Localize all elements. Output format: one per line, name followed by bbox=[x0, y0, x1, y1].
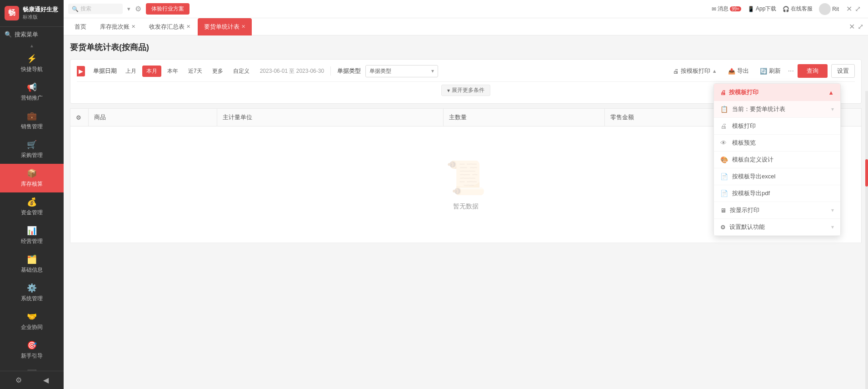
template-print-dropdown: 🖨 按模板打印 ▲ 📋 当前：要货单统计表 ▾ 🖨 模板打印 👁 bbox=[713, 83, 841, 236]
sidebar-item-quick-nav[interactable]: ⚡ 快捷导航 bbox=[0, 49, 64, 78]
basic-icon: 🗂️ bbox=[27, 254, 37, 264]
newbie-icon: 🎯 bbox=[27, 340, 37, 350]
right-scrollbar bbox=[865, 91, 868, 389]
th-unit: 主计量单位 bbox=[217, 109, 444, 126]
support-icon: 🎧 bbox=[783, 6, 789, 12]
query-btn[interactable]: 查询 bbox=[798, 64, 828, 78]
settings-btn[interactable]: 设置 bbox=[831, 64, 855, 78]
sidebar-item-marketing[interactable]: 📢 营销推广 bbox=[0, 78, 64, 106]
dropdown-template-print[interactable]: 🖨 模板打印 bbox=[714, 118, 840, 135]
content-area: 要货单统计表(按商品) ▶ 单据日期 上月 本月 本年 bbox=[64, 35, 868, 389]
inventory-icon: 📦 bbox=[27, 168, 37, 178]
system-icon: ⚙️ bbox=[27, 283, 37, 293]
sidebar-item-basic[interactable]: 🗂️ 基础信息 bbox=[0, 250, 64, 278]
tab-collection-summary-close[interactable]: ✕ bbox=[186, 24, 190, 30]
tab-window-close[interactable]: ✕ bbox=[849, 22, 855, 31]
tab-order-summary[interactable]: 要货单统计表 ✕ bbox=[198, 18, 252, 35]
sidebar-item-finance[interactable]: 💰 资金管理 bbox=[0, 192, 64, 221]
user-avatar[interactable]: Rit bbox=[819, 3, 839, 15]
sidebar-bottom: ⚙ ◀ bbox=[0, 371, 64, 389]
dropdown-default-func[interactable]: ⚙ 设置默认功能 ▾ bbox=[714, 219, 840, 236]
dropdown-print-icon: 🖨 bbox=[720, 89, 726, 96]
date-tabs: 上月 本月 本年 近7天 更多 自定义 bbox=[121, 66, 254, 77]
sidebar-item-appstore[interactable]: 🔲 应用中心 bbox=[0, 364, 64, 371]
doc-type-select[interactable]: 单据类型 ▾ bbox=[365, 65, 438, 77]
marketing-icon: 📢 bbox=[27, 82, 37, 92]
more-options-btn[interactable]: ··· bbox=[788, 67, 794, 75]
display-print-icon: 🖥 bbox=[720, 207, 726, 214]
display-print-arrow: ▾ bbox=[831, 207, 834, 213]
date-tab-current-year[interactable]: 本年 bbox=[163, 66, 182, 77]
dropdown-header-right: ▲ bbox=[828, 89, 834, 96]
topbar-search-icon: 🔍 bbox=[72, 6, 79, 12]
expand-more-btn[interactable]: ▾ 展开更多条件 bbox=[441, 85, 490, 96]
dropdown-header-left: 🖨 按模板打印 bbox=[720, 88, 758, 96]
dropdown-current-template[interactable]: 📋 当前：要货单统计表 ▾ bbox=[714, 101, 840, 118]
dropdown-display-print[interactable]: 🖥 按显示打印 ▾ bbox=[714, 202, 840, 219]
sidebar-scroll-up[interactable]: ▲ bbox=[30, 43, 34, 48]
sidebar-item-purchase[interactable]: 🛒 采购管理 bbox=[0, 135, 64, 164]
window-expand-btn[interactable]: ⤢ bbox=[855, 5, 861, 13]
app-download-icon: 📱 bbox=[748, 6, 754, 12]
topbar-settings-icon[interactable]: ⚙ bbox=[135, 5, 141, 13]
date-tab-current-month[interactable]: 本月 bbox=[142, 66, 161, 77]
tab-collection-summary[interactable]: 收发存汇总表 ✕ bbox=[143, 18, 197, 35]
collapse-icon[interactable]: ◀ bbox=[43, 376, 49, 384]
filter-row-1: ▶ 单据日期 上月 本月 本年 近7天 更多 bbox=[77, 64, 855, 78]
export-icon: 📤 bbox=[728, 68, 735, 75]
tab-window-expand[interactable]: ⤢ bbox=[858, 22, 863, 31]
dropdown-template-custom[interactable]: 🎨 模板自定义设计 bbox=[714, 152, 840, 168]
sidebar-item-inventory[interactable]: 📦 库存核算 bbox=[0, 164, 64, 192]
enterprise-icon: 🤝 bbox=[27, 312, 37, 322]
dropdown-preview-icon: 👁 bbox=[720, 139, 728, 147]
default-func-icon: ⚙ bbox=[720, 224, 726, 231]
topbar-dropdown-arrow[interactable]: ▾ bbox=[127, 5, 130, 12]
settings-icon[interactable]: ⚙ bbox=[15, 376, 22, 384]
date-tab-last7[interactable]: 近7天 bbox=[184, 66, 206, 77]
refresh-btn[interactable]: 🔄 刷新 bbox=[756, 65, 784, 77]
date-tab-more[interactable]: 更多 bbox=[208, 66, 227, 77]
purchase-icon: 🛒 bbox=[27, 140, 37, 150]
sidebar-item-sales[interactable]: 💼 销售管理 bbox=[0, 106, 64, 135]
global-search[interactable]: 🔍 搜索 bbox=[68, 4, 123, 14]
empty-state-text: 暂无数据 bbox=[453, 202, 479, 211]
sidebar-item-newbie[interactable]: 🎯 新手引导 bbox=[0, 336, 64, 364]
online-support-action[interactable]: 🎧 在线客服 bbox=[783, 5, 813, 13]
tab-home[interactable]: 首页 bbox=[68, 18, 93, 35]
search-menu[interactable]: 🔍 搜索菜单 bbox=[0, 27, 64, 42]
sales-icon: 💼 bbox=[27, 111, 37, 121]
dsh-display-left: 🖥 按显示打印 bbox=[720, 206, 759, 214]
export-btn[interactable]: 📤 导出 bbox=[724, 65, 753, 77]
tab-order-summary-close[interactable]: ✕ bbox=[241, 24, 245, 30]
th-settings[interactable]: ⚙ bbox=[70, 109, 89, 126]
logo-text: 畅康通好生意 标准版 bbox=[23, 5, 58, 21]
date-tab-custom[interactable]: 自定义 bbox=[229, 66, 254, 77]
window-controls: ✕ ⤢ bbox=[843, 5, 863, 13]
tab-batch-accounts-close[interactable]: ✕ bbox=[131, 24, 135, 30]
date-tab-prev-month[interactable]: 上月 bbox=[121, 66, 140, 77]
tab-batch-accounts[interactable]: 库存批次账 ✕ bbox=[94, 18, 142, 35]
dropdown-close-chevron[interactable]: ▲ bbox=[828, 89, 834, 96]
dropdown-excel-icon: 📄 bbox=[720, 173, 728, 180]
window-close-btn[interactable]: ✕ bbox=[846, 5, 852, 13]
dropdown-template-preview[interactable]: 👁 模板预览 bbox=[714, 135, 840, 152]
sidebar-item-enterprise[interactable]: 🤝 企业协同 bbox=[0, 307, 64, 336]
experience-btn[interactable]: 体验行业方案 bbox=[146, 3, 190, 15]
dropdown-export-excel[interactable]: 📄 按模板导出excel bbox=[714, 168, 840, 185]
empty-state-icon: 📜 bbox=[445, 158, 486, 197]
expand-more-icon: ▾ bbox=[447, 87, 450, 94]
app-download-action[interactable]: 📱 App下载 bbox=[748, 5, 776, 13]
sidebar-item-system[interactable]: ⚙️ 系统管理 bbox=[0, 278, 64, 307]
operations-icon: 📊 bbox=[27, 226, 37, 236]
template-print-btn[interactable]: 🖨 按模板打印 ▲ bbox=[669, 65, 721, 77]
column-settings-icon[interactable]: ⚙ bbox=[76, 114, 81, 121]
sidebar: 畅 畅康通好生意 标准版 🔍 搜索菜单 ▲ ⚡ 快捷导航 📢 营销推广 💼 销售… bbox=[0, 0, 64, 389]
toolbar-divider-1 bbox=[330, 66, 331, 76]
dropdown-header[interactable]: 🖨 按模板打印 ▲ bbox=[714, 84, 840, 101]
print-icon: 🖨 bbox=[673, 68, 679, 75]
sidebar-item-operations[interactable]: 📊 经营管理 bbox=[0, 221, 64, 250]
filter-expand-arrow[interactable]: ▶ bbox=[77, 66, 85, 76]
message-action[interactable]: ✉ 消息 99+ bbox=[712, 5, 741, 13]
dropdown-export-pdf[interactable]: 📄 按模板导出pdf bbox=[714, 185, 840, 202]
right-scrollbar-thumb[interactable] bbox=[865, 159, 868, 187]
